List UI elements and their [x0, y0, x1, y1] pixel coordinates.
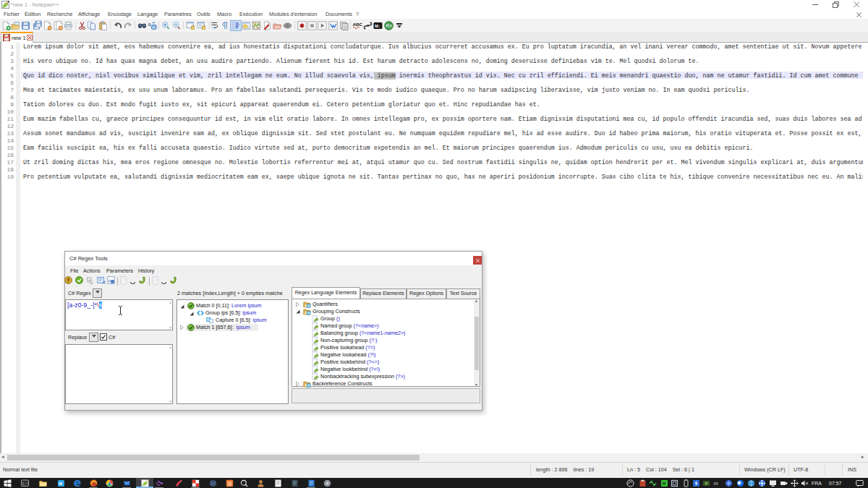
svg-text:?: ? — [67, 278, 69, 284]
svg-text:C:\: C:\ — [22, 481, 28, 486]
svg-text:ABC: ABC — [353, 21, 363, 26]
svg-text:a: a — [108, 278, 110, 283]
svg-text:H: H — [662, 481, 665, 486]
svg-text:86: 86 — [713, 481, 718, 486]
svg-text:M: M — [59, 481, 62, 486]
svg-text:M↓: M↓ — [375, 23, 380, 27]
svg-text:a: a — [148, 22, 150, 27]
svg-text:b: b — [153, 25, 155, 29]
